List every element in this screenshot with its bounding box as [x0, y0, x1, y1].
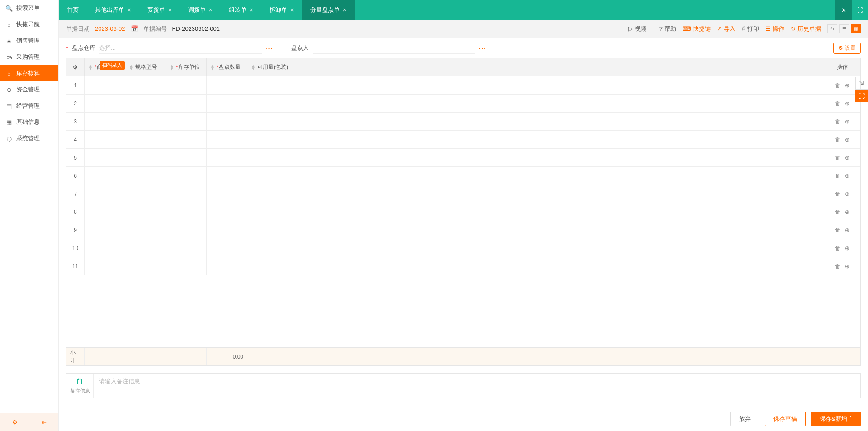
sort-icon: ▲▼: [129, 65, 133, 70]
settings-icon[interactable]: ⚙: [12, 419, 18, 426]
add-icon[interactable]: ⊕: [845, 173, 849, 179]
th-gear[interactable]: ⚙: [66, 58, 85, 76]
th-code[interactable]: ▲▼ *商品 扫码录入: [85, 58, 125, 76]
sidebar-item-search[interactable]: 🔍搜索菜单: [0, 0, 58, 16]
help-action[interactable]: ?帮助: [659, 25, 676, 33]
table-row[interactable]: 11🗑⊕: [66, 257, 860, 275]
tab[interactable]: 其他出库单✕: [87, 0, 139, 20]
delete-icon[interactable]: 🗑: [835, 191, 840, 197]
calendar-icon[interactable]: 📅: [131, 25, 138, 32]
table-row[interactable]: 6🗑⊕: [66, 167, 860, 185]
chevron-up-icon: ˄: [849, 415, 852, 422]
delete-icon[interactable]: 🗑: [835, 227, 840, 233]
row-index: 11: [66, 257, 85, 275]
import-action[interactable]: ↗导入: [717, 25, 735, 33]
doc-label: 单据编号: [143, 25, 167, 33]
add-icon[interactable]: ⊕: [845, 191, 849, 197]
th-avail[interactable]: ▲▼可用量(包装): [247, 58, 824, 76]
tab[interactable]: 拆卸单✕: [261, 0, 302, 20]
table-row[interactable]: 1🗑⊕: [66, 76, 860, 95]
close-icon[interactable]: ✕: [342, 7, 346, 13]
tab-close-button[interactable]: ✕: [835, 0, 852, 20]
add-icon[interactable]: ⊕: [845, 155, 849, 161]
delete-icon[interactable]: 🗑: [835, 118, 840, 125]
th-unit[interactable]: ▲▼*库存单位: [166, 58, 207, 76]
remark-side: 🗒 备注信息: [66, 374, 94, 398]
table-row[interactable]: 10🗑⊕: [66, 239, 860, 257]
tab[interactable]: 调拨单✕: [180, 0, 221, 20]
delete-icon[interactable]: 🗑: [835, 137, 840, 143]
table-row[interactable]: 3🗑⊕: [66, 113, 860, 131]
settings-button[interactable]: ⚙ 设置: [833, 43, 861, 54]
shortcut-action[interactable]: ⌨快捷键: [683, 25, 711, 33]
collapse-icon[interactable]: ⇤: [42, 419, 47, 426]
view-detail[interactable]: ▦: [851, 24, 861, 33]
float-fullscreen-button[interactable]: ⛶: [855, 90, 868, 102]
tab[interactable]: 分量盘点单✕: [302, 0, 355, 20]
row-index: 4: [66, 131, 85, 148]
delete-icon[interactable]: 🗑: [835, 100, 840, 107]
sidebar-item-home[interactable]: ⌂快捷导航: [0, 16, 58, 33]
remark-input[interactable]: [94, 374, 860, 398]
tab[interactable]: 首页: [59, 0, 87, 20]
date-value[interactable]: 2023-06-02: [95, 25, 125, 32]
scan-badge[interactable]: 扫码录入: [100, 61, 125, 70]
add-icon[interactable]: ⊕: [845, 227, 849, 233]
table-row[interactable]: 8🗑⊕: [66, 203, 860, 221]
person-more-icon[interactable]: ···: [479, 45, 487, 52]
table-row[interactable]: 4🗑⊕: [66, 131, 860, 149]
close-icon[interactable]: ✕: [290, 7, 294, 13]
close-icon[interactable]: ✕: [209, 7, 213, 13]
tab-label: 调拨单: [188, 6, 206, 14]
th-qty[interactable]: ▲▼*盘点数量: [207, 58, 247, 76]
th-spec[interactable]: ▲▼规格型号: [125, 58, 166, 76]
shield-icon: ⌂: [5, 70, 13, 77]
warehouse-more-icon[interactable]: ···: [266, 45, 273, 52]
close-icon[interactable]: ✕: [249, 7, 253, 13]
save-draft-button[interactable]: 保存草稿: [765, 412, 806, 426]
view-arrows[interactable]: ⇆: [827, 24, 837, 33]
main: 首页其他出库单✕要货单✕调拨单✕组装单✕拆卸单✕分量盘点单✕ ✕ ⛶ 单据日期 …: [59, 0, 868, 431]
save-new-button[interactable]: 保存&新增˄: [811, 412, 861, 426]
table-row[interactable]: 5🗑⊕: [66, 149, 860, 167]
table-row[interactable]: 9🗑⊕: [66, 221, 860, 239]
table-body: 1🗑⊕2🗑⊕3🗑⊕4🗑⊕5🗑⊕6🗑⊕7🗑⊕8🗑⊕9🗑⊕10🗑⊕11🗑⊕: [66, 76, 860, 347]
add-icon[interactable]: ⊕: [845, 263, 849, 270]
add-icon[interactable]: ⊕: [845, 245, 849, 251]
add-icon[interactable]: ⊕: [845, 137, 849, 143]
delete-icon[interactable]: 🗑: [835, 245, 840, 251]
delete-icon[interactable]: 🗑: [835, 209, 840, 215]
tab[interactable]: 要货单✕: [139, 0, 180, 20]
close-icon[interactable]: ✕: [127, 7, 131, 13]
tab[interactable]: 组装单✕: [221, 0, 261, 20]
add-icon[interactable]: ⊕: [845, 82, 849, 89]
table-row[interactable]: 2🗑⊕: [66, 95, 860, 113]
table-row[interactable]: 7🗑⊕: [66, 185, 860, 203]
close-icon[interactable]: ✕: [168, 7, 172, 13]
discard-button[interactable]: 放弃: [730, 412, 759, 426]
sidebar-item-bag[interactable]: 🛍采购管理: [0, 49, 58, 65]
tab-fullscreen-button[interactable]: ⛶: [852, 0, 868, 20]
delete-icon[interactable]: 🗑: [835, 173, 840, 179]
sidebar-item-gear[interactable]: ◌系统管理: [0, 130, 58, 147]
operate-action[interactable]: ☰操作: [765, 25, 784, 33]
video-action[interactable]: ▷视频: [628, 25, 646, 33]
sidebar-item-tag[interactable]: ◈销售管理: [0, 33, 58, 49]
add-icon[interactable]: ⊕: [845, 118, 849, 125]
person-input[interactable]: [313, 42, 475, 54]
view-list[interactable]: ☰: [839, 24, 849, 33]
sidebar-item-money[interactable]: ⊙资金管理: [0, 81, 58, 98]
warehouse-input[interactable]: [99, 42, 262, 54]
float-expand-button[interactable]: ⇲: [855, 77, 868, 90]
sidebar-item-shield[interactable]: ⌂库存核算: [0, 65, 58, 81]
delete-icon[interactable]: 🗑: [835, 263, 840, 270]
add-icon[interactable]: ⊕: [845, 100, 849, 107]
print-action[interactable]: ⎙打印: [742, 25, 759, 33]
sidebar-item-report[interactable]: ▤经营管理: [0, 98, 58, 114]
delete-icon[interactable]: 🗑: [835, 82, 840, 89]
history-action[interactable]: ↻历史单据: [791, 25, 821, 33]
tab-label: 组装单: [229, 6, 247, 14]
sidebar-item-detail[interactable]: ▦基础信息: [0, 114, 58, 130]
delete-icon[interactable]: 🗑: [835, 155, 840, 161]
add-icon[interactable]: ⊕: [845, 209, 849, 215]
